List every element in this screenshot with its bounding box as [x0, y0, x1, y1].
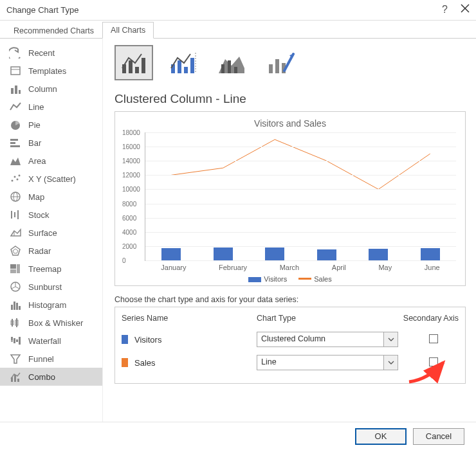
sidebar-item-treemap[interactable]: Treemap [0, 260, 102, 278]
combo-subtype-thumbs [114, 45, 466, 80]
cancel-button[interactable]: Cancel [413, 428, 464, 445]
sidebar-item-stock[interactable]: Stock [0, 206, 102, 224]
svg-rect-9 [10, 142, 15, 144]
svg-rect-40 [14, 338, 15, 343]
section-title: Clustered Column - Line [114, 92, 466, 106]
svg-rect-10 [10, 145, 20, 147]
sidebar-item-box-whisker[interactable]: Box & Whisker [0, 314, 102, 332]
annotation-arrow [406, 356, 451, 384]
funnel-icon [9, 353, 22, 364]
header-chart-type: Chart Type [257, 314, 388, 323]
chevron-down-icon [383, 332, 398, 346]
svg-rect-49 [135, 67, 139, 73]
y-tick: 10000 [122, 186, 140, 193]
sidebar-item-label: Radar [28, 246, 51, 256]
svg-marker-22 [11, 230, 21, 236]
header-secondary-axis: Secondary Axis [388, 314, 459, 323]
sidebar-item-label: Treemap [28, 264, 62, 274]
main-panel: Clustered Column - Line Visitors and Sal… [103, 39, 476, 422]
svg-marker-43 [11, 355, 20, 363]
subtype-clustered-column-line[interactable] [114, 45, 153, 80]
x-axis-labels: JanuaryFebruaryMarchAprilMayJune [145, 264, 456, 271]
sidebar-item-x-y-scatter-[interactable]: X Y (Scatter) [0, 170, 102, 188]
radar-icon [9, 245, 22, 256]
subtype-clustered-column-line-secondary[interactable] [163, 45, 202, 80]
sidebar-item-area[interactable]: Area [0, 152, 102, 170]
sidebar-item-label: Map [28, 192, 44, 202]
sidebar-item-bar[interactable]: Bar [0, 134, 102, 152]
tab-all-charts[interactable]: All Charts [102, 22, 154, 39]
waterfall-icon [9, 335, 22, 346]
svg-rect-32 [16, 303, 18, 310]
series-swatch [122, 358, 128, 367]
tab-recommended-charts[interactable]: Recommended Charts [5, 22, 102, 39]
stock-icon [9, 209, 22, 221]
svg-point-15 [19, 175, 21, 177]
y-tick: 0 [122, 257, 126, 264]
close-icon[interactable] [461, 4, 470, 15]
sidebar-item-label: Waterfall [28, 336, 61, 346]
treemap-icon [9, 263, 22, 274]
sidebar-item-map[interactable]: Map [0, 188, 102, 206]
y-tick: 18000 [122, 129, 140, 136]
sidebar-item-waterfall[interactable]: Waterfall [0, 332, 102, 350]
y-tick: 12000 [122, 172, 140, 179]
y-tick: 14000 [122, 158, 140, 165]
svg-rect-5 [15, 86, 17, 94]
x-label: June [425, 264, 440, 271]
secondary-axis-checkbox-visitors[interactable] [429, 334, 438, 343]
y-tick: 6000 [122, 214, 136, 221]
svg-rect-4 [11, 88, 14, 94]
svg-rect-45 [14, 375, 16, 382]
x-y-scatter--icon [9, 173, 22, 184]
sidebar-item-templates[interactable]: Templates [0, 62, 102, 80]
chart-category-sidebar: RecentTemplatesColumnLinePieBarAreaX Y (… [0, 39, 103, 422]
sidebar-item-label: Recent [28, 48, 55, 58]
sidebar-item-combo[interactable]: Combo [0, 368, 102, 386]
sidebar-item-recent[interactable]: Recent [0, 44, 102, 62]
x-label: February [219, 264, 247, 271]
sidebar-item-radar[interactable]: Radar [0, 242, 102, 260]
sidebar-item-pie[interactable]: Pie [0, 116, 102, 134]
svg-point-13 [14, 176, 16, 178]
subtype-stacked-area-column[interactable] [212, 45, 251, 80]
sidebar-item-sunburst[interactable]: Sunburst [0, 278, 102, 296]
svg-rect-33 [19, 306, 21, 310]
sidebar-item-label: Surface [28, 228, 57, 238]
sidebar-item-label: Sunburst [28, 282, 62, 292]
sidebar-item-line[interactable]: Line [0, 98, 102, 116]
series-config-box: Series Name Chart Type Secondary Axis Vi… [114, 307, 466, 384]
series-name-label: Sales [134, 358, 156, 368]
chart-type-dropdown-sales[interactable]: Line [257, 355, 398, 370]
x-label: April [332, 264, 346, 271]
sidebar-item-label: Funnel [28, 354, 54, 364]
header-series-name: Series Name [122, 314, 257, 323]
sidebar-item-histogram[interactable]: Histogram [0, 296, 102, 314]
surface-icon [9, 227, 22, 239]
sidebar-item-funnel[interactable]: Funnel [0, 350, 102, 368]
bar-february [214, 248, 233, 260]
svg-rect-6 [19, 90, 21, 94]
subtype-custom-combo[interactable] [261, 45, 300, 80]
sidebar-item-label: Pie [28, 120, 41, 130]
svg-rect-41 [16, 339, 18, 342]
column-icon [9, 83, 22, 94]
ok-button[interactable]: OK [355, 428, 407, 445]
svg-marker-25 [13, 249, 18, 253]
sidebar-item-surface[interactable]: Surface [0, 224, 102, 242]
dialog-footer: OK Cancel [0, 422, 476, 450]
bar-march [265, 248, 284, 260]
y-tick: 16000 [122, 143, 140, 150]
sidebar-item-column[interactable]: Column [0, 80, 102, 98]
sunburst-icon [9, 281, 22, 292]
chooser-label: Choose the chart type and axis for your … [114, 295, 466, 304]
sidebar-item-label: Bar [28, 138, 41, 148]
svg-rect-54 [190, 58, 194, 73]
series-name-label: Visitors [134, 335, 161, 345]
help-icon[interactable]: ? [442, 4, 448, 15]
chart-type-dropdown-visitors[interactable]: Clustered Column [257, 332, 398, 347]
map-icon [9, 191, 22, 203]
bar-may [369, 249, 388, 260]
bar-january [161, 248, 181, 260]
svg-rect-42 [19, 337, 21, 345]
